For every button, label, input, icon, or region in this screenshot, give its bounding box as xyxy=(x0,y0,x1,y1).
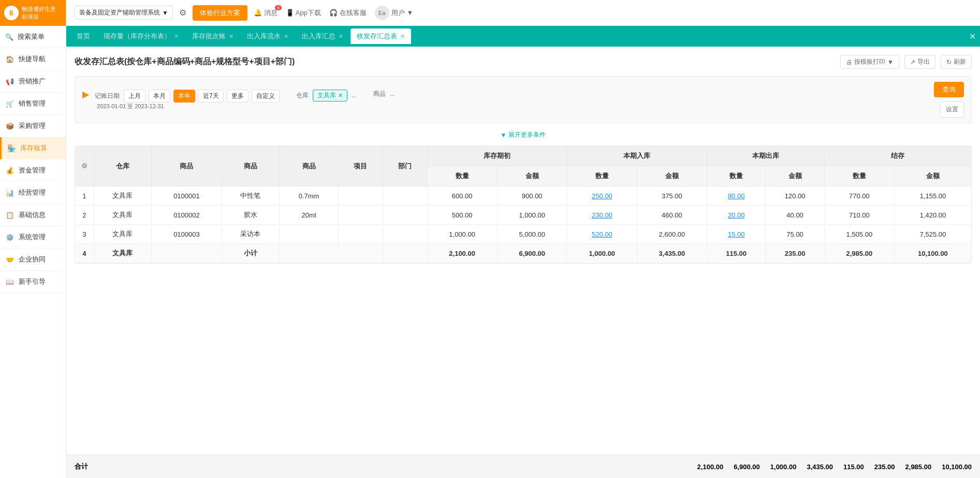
date-filter-group: 记账日期 上月 本月 本年 近7天 更多 自定义 2023-01-01 至 20… xyxy=(95,90,280,110)
filter-right-btns: 查询 设置 xyxy=(934,82,964,118)
expand-more-btn[interactable]: ▼ 展开更多条件 xyxy=(501,131,546,139)
sidebar-item-sales[interactable]: 🛒 销售管理 xyxy=(0,93,66,115)
footer-in-amt: 3,435.00 xyxy=(807,463,833,471)
row-no: 3 xyxy=(75,225,94,244)
row-out-qty[interactable]: 15.00 xyxy=(707,225,765,244)
col-settings-header[interactable]: ⚙ xyxy=(75,146,94,186)
message-badge: 6 xyxy=(275,5,282,10)
data-table-container: ⚙ 仓库 商品 商品 商品 项目 部门 库存期初 本期入库 本期出库 结存 xyxy=(75,146,972,264)
warehouse-tag-close[interactable]: ✕ xyxy=(338,92,343,99)
row-dept xyxy=(383,225,427,244)
gear-icon[interactable]: ⚙ xyxy=(179,8,186,18)
tab-close-icon[interactable]: ✕ xyxy=(284,33,288,40)
message-button[interactable]: 🔔 消息 6 xyxy=(254,8,277,18)
tab-close-icon[interactable]: ✕ xyxy=(400,33,405,40)
sidebar-item-operations[interactable]: 📊 经营管理 xyxy=(0,182,66,204)
filter-settings-button[interactable]: 设置 xyxy=(940,102,964,118)
row-in-qty[interactable]: 520.00 xyxy=(567,225,637,244)
export-button[interactable]: ↗ 导出 xyxy=(904,55,935,69)
row-in-qty[interactable]: 250.00 xyxy=(567,186,637,206)
tab-close-icon[interactable]: ✕ xyxy=(174,33,179,40)
col-goods-name-header: 商品 xyxy=(222,146,280,186)
trial-button[interactable]: 体验行业方案 xyxy=(193,5,247,21)
tab-home[interactable]: 首页 xyxy=(70,28,96,44)
page-content: 收发存汇总表(按仓库+商品编码+商品+规格型号+项目+部门) 🖨 按模板打印 ▼… xyxy=(66,47,980,455)
row-in-qty[interactable]: 230.00 xyxy=(567,206,637,225)
sidebar-item-basic[interactable]: 📋 基础信息 xyxy=(0,204,66,226)
row-goods-name: 胶水 xyxy=(222,206,280,225)
tab-batch[interactable]: 库存批次账 ✕ xyxy=(186,28,240,44)
row-project xyxy=(338,244,383,263)
chevron-down-icon: ▼ xyxy=(887,59,894,66)
row-goods-spec: 20ml xyxy=(280,206,338,225)
row-dept xyxy=(383,186,427,206)
tab-close-icon[interactable]: ✕ xyxy=(229,33,233,40)
online-service-link[interactable]: 🎧 在线客服 xyxy=(329,8,367,18)
table-row: 1文具库0100001中性笔0.7mm600.00900.00250.00375… xyxy=(75,186,971,206)
tabbar-close-icon[interactable]: ✕ xyxy=(969,32,976,41)
this-month-btn[interactable]: 本月 xyxy=(149,90,170,103)
warehouse-filter: 仓库 文具库 ✕ ... xyxy=(296,90,357,102)
footer-opening-amt: 6,900.00 xyxy=(734,463,760,471)
custom-date-btn[interactable]: 自定义 xyxy=(252,90,280,103)
row-in-amt: 2,600.00 xyxy=(637,225,707,244)
row-no: 1 xyxy=(75,186,94,206)
sidebar-item-enterprise[interactable]: 🤝 企业协同 xyxy=(0,249,66,271)
sidebar-item-purchase[interactable]: 📦 采购管理 xyxy=(0,115,66,137)
row-opening-qty: 600.00 xyxy=(427,186,497,206)
sidebar-item-quicknav[interactable]: 🏠 快捷导航 xyxy=(0,48,66,70)
filter-toggle-icon[interactable]: ▶ xyxy=(82,90,89,99)
topbar-right: 🔔 消息 6 📱 App下载 🎧 在线客服 Ea 用户 ▼ xyxy=(254,6,414,20)
row-out-qty[interactable]: 20.00 xyxy=(707,206,765,225)
sidebar: 6 畅捷通好生意 标准版 🔍 搜索菜单 🏠 快捷导航 📢 营销推广 🛒 销售管理… xyxy=(0,0,66,478)
more-date-btn[interactable]: 更多 xyxy=(227,90,248,103)
tab-inout-summary[interactable]: 出入库汇总 ✕ xyxy=(296,28,349,44)
avatar: Ea xyxy=(375,6,389,20)
refresh-button[interactable]: ↻ 刷新 xyxy=(941,55,972,69)
col-goods-code-header: 商品 xyxy=(152,146,222,186)
footer-out-qty: 115.00 xyxy=(843,463,864,471)
row-out-amt: 40.00 xyxy=(766,206,824,225)
sidebar-search[interactable]: 🔍 搜索菜单 xyxy=(0,26,66,48)
sidebar-item-system[interactable]: ⚙️ 系统管理 xyxy=(0,226,66,249)
row-project xyxy=(338,186,383,206)
this-year-btn[interactable]: 本年 xyxy=(173,90,195,103)
query-button[interactable]: 查询 xyxy=(934,82,964,97)
table-gear-icon[interactable]: ⚙ xyxy=(81,162,87,170)
system-selector[interactable]: 装备及固定资产辅助管理系统 ▼ xyxy=(75,6,173,20)
user-menu[interactable]: Ea 用户 ▼ xyxy=(375,6,414,20)
operations-icon: 📊 xyxy=(5,188,14,197)
goods-more-btn[interactable]: ... xyxy=(390,90,395,97)
col-project-header: 项目 xyxy=(338,146,383,186)
row-opening-amt: 1,000.00 xyxy=(497,206,567,225)
app-download-link[interactable]: 📱 App下载 xyxy=(286,8,321,18)
chevron-down-icon: ▼ xyxy=(407,9,414,17)
footer-in-qty: 1,000.00 xyxy=(770,463,797,471)
row-goods-spec: 0.7mm xyxy=(280,186,338,206)
total-label: 合计 xyxy=(75,462,88,471)
tab-inventory-dist[interactable]: 现存量（库存分布表） ✕ xyxy=(97,28,185,44)
footer-out-amt: 235.00 xyxy=(874,463,895,471)
row-warehouse: 文具库 xyxy=(94,225,152,244)
last-month-btn[interactable]: 上月 xyxy=(124,90,145,103)
sidebar-item-guide[interactable]: 📖 新手引导 xyxy=(0,271,66,293)
system-icon: ⚙️ xyxy=(5,233,14,242)
sidebar-item-marketing[interactable]: 📢 营销推广 xyxy=(0,70,66,93)
tab-inout-flow[interactable]: 出入库流水 ✕ xyxy=(241,28,295,44)
col-closing-qty-header: 数量 xyxy=(824,166,894,186)
print-button[interactable]: 🖨 按模板打印 ▼ xyxy=(840,55,899,69)
row-project xyxy=(338,225,383,244)
sidebar-item-finance[interactable]: 💰 资金管理 xyxy=(0,160,66,182)
row-closing-amt: 10,100.00 xyxy=(894,244,971,263)
row-closing-amt: 7,525.00 xyxy=(894,225,971,244)
warehouse-more-btn[interactable]: ... xyxy=(352,92,357,99)
seven-days-btn[interactable]: 近7天 xyxy=(198,90,224,103)
row-out-amt: 120.00 xyxy=(766,186,824,206)
row-in-amt: 375.00 xyxy=(637,186,707,206)
row-goods-code: 0100003 xyxy=(152,225,222,244)
tab-close-icon[interactable]: ✕ xyxy=(339,33,343,40)
sidebar-item-inventory[interactable]: 🏪 库存核算 xyxy=(0,137,66,160)
tab-receive-summary[interactable]: 收发存汇总表 ✕ xyxy=(350,28,411,44)
row-opening-qty: 500.00 xyxy=(427,206,497,225)
row-out-qty[interactable]: 80.00 xyxy=(707,186,765,206)
